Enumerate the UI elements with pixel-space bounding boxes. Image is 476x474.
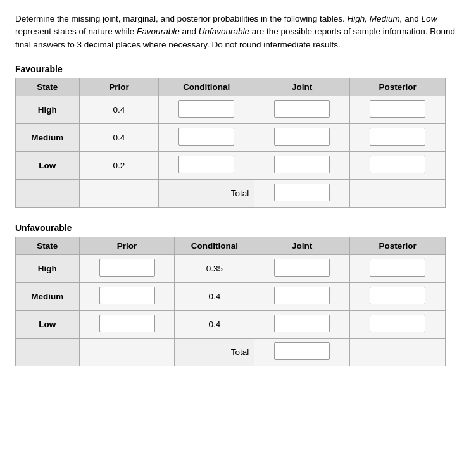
conditional-low-fav-input[interactable]	[178, 156, 234, 173]
total-posterior-unfav-cell	[350, 338, 446, 366]
posterior-medium-unfav-input[interactable]	[370, 287, 425, 304]
joint-medium-fav-cell	[254, 123, 350, 151]
posterior-low-unfav-cell	[350, 310, 446, 338]
favourable-section: Favourable State Prior Conditional Joint…	[15, 64, 461, 208]
col-header-joint-unfav: Joint	[254, 237, 350, 254]
state-high-unfav: High	[16, 254, 80, 282]
conditional-high-unfav: 0.35	[175, 254, 254, 282]
state-low-unfav: Low	[16, 310, 80, 338]
conditional-low-fav-cell	[159, 151, 254, 179]
prior-medium-fav: 0.4	[79, 123, 159, 151]
state-medium-fav: Medium	[16, 123, 80, 151]
state-low-fav: Low	[16, 151, 80, 179]
table-row: High 0.35	[16, 254, 446, 282]
joint-medium-unfav-cell	[254, 282, 350, 310]
unfavourable-table: State Prior Conditional Joint Posterior …	[15, 237, 446, 366]
prior-low-unfav-cell	[79, 310, 175, 338]
joint-low-unfav-input[interactable]	[274, 315, 330, 332]
total-row-fav: Total	[16, 179, 446, 207]
joint-medium-unfav-input[interactable]	[274, 287, 330, 304]
prior-high-unfav-input[interactable]	[99, 259, 155, 277]
description: Determine the missing joint, marginal, a…	[15, 13, 461, 51]
posterior-low-unfav-input[interactable]	[370, 315, 425, 332]
conditional-low-unfav: 0.4	[175, 310, 254, 338]
prior-low-unfav-input[interactable]	[99, 315, 155, 332]
table-row: Low 0.2	[16, 151, 446, 179]
total-label-unfav: Total	[175, 338, 254, 366]
table-row: Medium 0.4	[16, 282, 446, 310]
conditional-medium-fav-input[interactable]	[178, 128, 234, 146]
total-label-fav: Total	[159, 179, 254, 207]
col-header-state-fav: State	[16, 78, 80, 96]
state-high-fav: High	[16, 96, 80, 123]
total-joint-fav-input[interactable]	[274, 184, 330, 201]
conditional-high-fav-input[interactable]	[178, 100, 234, 118]
col-header-state-unfav: State	[16, 237, 80, 254]
joint-low-unfav-cell	[254, 310, 350, 338]
posterior-high-unfav-cell	[350, 254, 446, 282]
total-joint-unfav-input[interactable]	[274, 342, 330, 360]
col-header-prior-unfav: Prior	[79, 237, 175, 254]
col-header-joint-fav: Joint	[254, 78, 350, 96]
joint-high-unfav-cell	[254, 254, 350, 282]
table-row: Medium 0.4	[16, 123, 446, 151]
posterior-high-unfav-input[interactable]	[370, 259, 425, 277]
col-header-conditional-unfav: Conditional	[175, 237, 254, 254]
joint-low-fav-cell	[254, 151, 350, 179]
table-row: High 0.4	[16, 96, 446, 123]
favourable-table: State Prior Conditional Joint Posterior …	[15, 78, 446, 208]
posterior-medium-unfav-cell	[350, 282, 446, 310]
prior-high-fav: 0.4	[79, 96, 159, 123]
table-row: Low 0.4	[16, 310, 446, 338]
prior-medium-unfav-input[interactable]	[99, 287, 155, 304]
prior-high-unfav-cell	[79, 254, 175, 282]
posterior-low-fav-input[interactable]	[370, 156, 425, 173]
joint-low-fav-input[interactable]	[274, 156, 330, 173]
prior-medium-unfav-cell	[79, 282, 175, 310]
conditional-high-fav-cell	[159, 96, 254, 123]
favourable-title: Favourable	[15, 64, 461, 74]
col-header-conditional-fav: Conditional	[159, 78, 254, 96]
posterior-medium-fav-cell	[350, 123, 446, 151]
conditional-medium-fav-cell	[159, 123, 254, 151]
conditional-medium-unfav: 0.4	[175, 282, 254, 310]
posterior-high-fav-input[interactable]	[370, 100, 425, 118]
unfavourable-title: Unfavourable	[15, 223, 461, 233]
col-header-prior-fav: Prior	[79, 78, 159, 96]
total-posterior-fav-cell	[350, 179, 446, 207]
total-joint-unfav-cell	[254, 338, 350, 366]
posterior-low-fav-cell	[350, 151, 446, 179]
posterior-medium-fav-input[interactable]	[370, 128, 425, 146]
joint-high-fav-input[interactable]	[274, 100, 330, 118]
col-header-posterior-fav: Posterior	[350, 78, 446, 96]
col-header-posterior-unfav: Posterior	[350, 237, 446, 254]
prior-low-fav: 0.2	[79, 151, 159, 179]
total-joint-fav-cell	[254, 179, 350, 207]
total-row-unfav: Total	[16, 338, 446, 366]
joint-medium-fav-input[interactable]	[274, 128, 330, 146]
unfavourable-section: Unfavourable State Prior Conditional Joi…	[15, 223, 461, 366]
joint-high-unfav-input[interactable]	[274, 259, 330, 277]
joint-high-fav-cell	[254, 96, 350, 123]
posterior-high-fav-cell	[350, 96, 446, 123]
state-medium-unfav: Medium	[16, 282, 80, 310]
